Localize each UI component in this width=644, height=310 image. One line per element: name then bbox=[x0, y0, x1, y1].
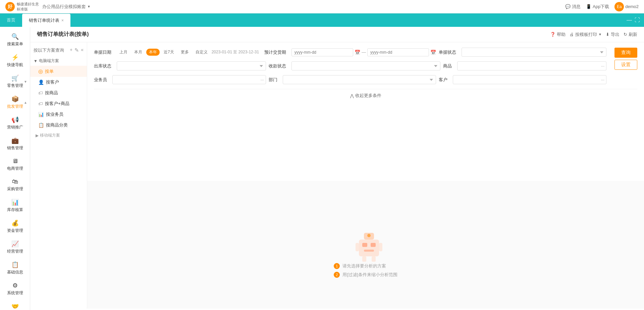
scheme-item-by-order[interactable]: ◎ 按单 bbox=[30, 66, 87, 77]
export-button[interactable]: ⬇ 导出 bbox=[606, 32, 620, 38]
scheme-by-customer-icon: 👤 bbox=[38, 80, 44, 85]
tab-close-icon[interactable]: × bbox=[61, 18, 64, 23]
minimize-icon[interactable]: — bbox=[627, 17, 632, 23]
sidebar-item-finance[interactable]: 💰 资金管理 bbox=[0, 216, 30, 237]
filter-results-area: 单据日期 上月 本月 本年 近7天 更多 自定义 bbox=[87, 42, 644, 309]
triangle-right-icon: ▶ bbox=[36, 133, 39, 138]
salesperson-field: ··· bbox=[112, 75, 266, 84]
scheme-item-by-product[interactable]: 🏷 按商品 bbox=[30, 88, 87, 98]
search-icon: 🔍 bbox=[11, 33, 19, 40]
shortcut-this-month[interactable]: 本月 bbox=[131, 49, 145, 56]
tab-home[interactable]: 首页 bbox=[0, 13, 22, 27]
scheme-item-by-category[interactable]: 📋 按商品分类 bbox=[30, 120, 87, 131]
collapse-scheme-icon[interactable]: « bbox=[81, 47, 84, 53]
tab-sales-stats[interactable]: 销售订单统计表 × bbox=[22, 14, 70, 27]
logo-text: 畅捷通好生意 标准版 bbox=[17, 2, 39, 11]
svg-point-5 bbox=[367, 234, 371, 237]
empty-illustration bbox=[349, 223, 382, 256]
chevron-down-icon: ▼ bbox=[598, 33, 602, 36]
query-button[interactable]: 查询 bbox=[614, 48, 637, 58]
order-status-select[interactable] bbox=[462, 48, 606, 57]
sidebar-item-system[interactable]: ⚙ 系统管理 bbox=[0, 278, 30, 299]
scheme-by-custprod-icon: 🏷 bbox=[38, 101, 43, 106]
finance-icon: 💰 bbox=[11, 219, 19, 227]
calendar-start-icon[interactable]: 📅 bbox=[355, 50, 360, 55]
empty-state-area: 1 请先选择要分析的方案 2 用[过滤]条件来缩小分析范围 bbox=[87, 181, 644, 309]
salesperson-more-icon[interactable]: ··· bbox=[261, 78, 264, 82]
sidebar-item-retail[interactable]: 🛒 零售管理 ▼ bbox=[0, 71, 30, 92]
salesperson-input[interactable] bbox=[112, 75, 266, 84]
main-layout: 🔍 搜索菜单 ⚡ 快捷导航 🛒 零售管理 ▼ 📦 批发管理 ▲ 📢 营销推广 💼… bbox=[0, 27, 644, 310]
collapse-bar[interactable]: ⋀ 收起更多条件 bbox=[94, 89, 637, 102]
edit-scheme-icon[interactable]: ✎ bbox=[74, 47, 79, 53]
pay-status-select[interactable] bbox=[291, 61, 441, 70]
delivery-date-start[interactable] bbox=[291, 48, 353, 56]
logo-icon: 好 bbox=[5, 2, 15, 11]
scheme-item-by-sales[interactable]: 📊 按业务员 bbox=[30, 109, 87, 120]
refresh-button[interactable]: ↻ 刷新 bbox=[624, 32, 637, 38]
sidebar-item-quick-nav[interactable]: ⚡ 快捷导航 bbox=[0, 50, 30, 71]
sidebar-item-inventory[interactable]: 📊 库存核算 bbox=[0, 195, 30, 216]
top-bar: 好 畅捷通好生意 标准版 办公用品行业模拟账套 ▼ 💬 消息 📱 App下载 E… bbox=[0, 0, 644, 13]
svg-rect-3 bbox=[364, 250, 374, 252]
settings-button[interactable]: 设置 bbox=[614, 60, 637, 70]
sidebar-item-basic[interactable]: 📋 基础信息 bbox=[0, 258, 30, 278]
sidebar-item-wholesale[interactable]: 📦 批发管理 ▲ bbox=[0, 92, 30, 113]
sidebar-item-search[interactable]: 🔍 搜索菜单 bbox=[0, 30, 30, 50]
scheme-panel-header: 按以下方案查询 + ✎ « bbox=[30, 46, 87, 56]
tab-bar: 首页 销售订单统计表 × — ⛶ bbox=[0, 13, 644, 27]
marketing-icon: 📢 bbox=[11, 116, 19, 123]
wholesale-icon: 📦 bbox=[11, 95, 19, 103]
customer-more-icon[interactable]: ··· bbox=[601, 78, 604, 82]
template-print-button[interactable]: 🖨 按模板打印 ▼ bbox=[570, 32, 602, 38]
logo-area: 好 畅捷通好生意 标准版 bbox=[5, 2, 39, 11]
shortcut-last-month[interactable]: 上月 bbox=[117, 49, 130, 56]
svg-rect-1 bbox=[362, 243, 367, 247]
svg-rect-0 bbox=[359, 240, 379, 256]
ecom-icon: 🖥 bbox=[12, 158, 18, 165]
dept-select[interactable] bbox=[283, 75, 436, 84]
shortcut-more[interactable]: 更多 bbox=[178, 49, 192, 56]
scheme-item-by-customer[interactable]: 👤 按客户 bbox=[30, 77, 87, 88]
user-menu[interactable]: Ea demo2 bbox=[614, 2, 639, 11]
svg-rect-8 bbox=[362, 256, 366, 262]
chevron-down-icon: ▼ bbox=[87, 5, 91, 8]
tab-bar-actions: — ⛶ bbox=[623, 17, 644, 23]
shortcut-custom[interactable]: 自定义 bbox=[193, 49, 210, 56]
date-range-display: 2023-01-01 至 2023-12-31 bbox=[212, 49, 259, 55]
sidebar-item-corp[interactable]: 🤝 企业协同 bbox=[0, 299, 30, 310]
maximize-icon[interactable]: ⛶ bbox=[635, 17, 640, 23]
customer-input[interactable] bbox=[453, 75, 606, 84]
shortcut-7days[interactable]: 近7天 bbox=[161, 49, 177, 56]
scheme-by-order-icon: ◎ bbox=[38, 68, 43, 74]
empty-state: 1 请先选择要分析的方案 2 用[过滤]条件来缩小分析范围 bbox=[334, 196, 397, 294]
sidebar-item-sales[interactable]: 💼 销售管理 bbox=[0, 134, 30, 154]
ship-status-select[interactable] bbox=[117, 61, 266, 70]
app-icon: 📱 bbox=[586, 4, 591, 9]
sales-icon: 💼 bbox=[11, 137, 19, 144]
add-scheme-icon[interactable]: + bbox=[70, 47, 72, 53]
product-more-icon[interactable]: ··· bbox=[601, 64, 604, 68]
message-button[interactable]: 💬 消息 bbox=[565, 4, 581, 10]
calendar-end-icon[interactable]: 📅 bbox=[430, 50, 436, 55]
filter-row-3: 业务员 ··· 部门 bbox=[94, 75, 606, 84]
scheme-item-by-customer-product[interactable]: 🏷 按客户+商品 bbox=[30, 98, 87, 109]
help-button[interactable]: ❓ 帮助 bbox=[550, 32, 566, 38]
sidebar-item-biz[interactable]: 📈 经营管理 bbox=[0, 237, 30, 258]
order-status-field bbox=[462, 48, 606, 57]
product-input[interactable] bbox=[457, 61, 606, 70]
avatar: Ea bbox=[614, 2, 624, 11]
app-download-button[interactable]: 📱 App下载 bbox=[586, 4, 609, 10]
system-title[interactable]: 办公用品行业模拟账套 ▼ bbox=[42, 4, 91, 10]
sidebar-item-purchase[interactable]: 🛍 采购管理 bbox=[0, 175, 30, 195]
expected-delivery-field: 📅 — 📅 bbox=[291, 48, 436, 56]
shortcut-this-year[interactable]: 本年 bbox=[146, 49, 160, 56]
svg-rect-7 bbox=[379, 243, 382, 251]
sidebar-item-marketing[interactable]: 📢 营销推广 bbox=[0, 113, 30, 134]
delivery-date-end[interactable] bbox=[367, 48, 429, 56]
sidebar-item-ecom[interactable]: 🖥 电商管理 bbox=[0, 154, 30, 175]
date-label: 单据日期 bbox=[94, 49, 111, 55]
triangle-icon: ▼ bbox=[34, 59, 38, 63]
dept-label: 部门 bbox=[269, 77, 277, 83]
svg-rect-6 bbox=[356, 243, 359, 251]
